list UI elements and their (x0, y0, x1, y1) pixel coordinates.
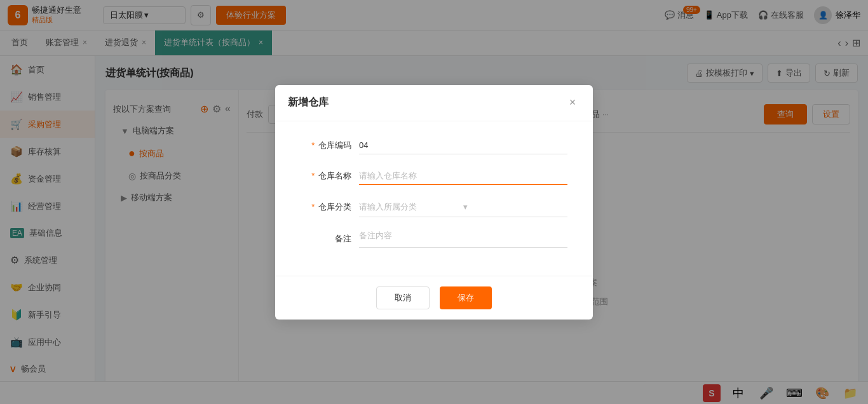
form-row-note: 备注 (301, 230, 567, 248)
cancel-button[interactable]: 取消 (376, 286, 430, 309)
dialog-close-button[interactable]: × (565, 95, 580, 111)
dialog-title: 新增仓库 (288, 96, 329, 109)
form-row-category: * 仓库分类 请输入所属分类 ▾ (301, 198, 567, 217)
add-warehouse-dialog: 新增仓库 × * 仓库编码 * 仓库名称 (275, 85, 593, 320)
category-arrow-icon: ▾ (463, 202, 567, 212)
category-label: * 仓库分类 (301, 201, 351, 213)
dialog-header: 新增仓库 × (275, 85, 593, 121)
name-label: * 仓库名称 (301, 170, 351, 182)
dialog-footer: 取消 保存 (275, 276, 593, 320)
form-row-code: * 仓库编码 (301, 137, 567, 154)
note-textarea[interactable] (359, 230, 567, 248)
code-label: * 仓库编码 (301, 140, 351, 151)
form-row-name: * 仓库名称 (301, 167, 567, 185)
dialog-overlay: 新增仓库 × * 仓库编码 * 仓库名称 (0, 0, 868, 404)
note-label: 备注 (301, 233, 351, 245)
save-button[interactable]: 保存 (440, 286, 492, 309)
code-input[interactable] (359, 137, 567, 154)
name-input[interactable] (359, 167, 567, 185)
dialog-body: * 仓库编码 * 仓库名称 * 仓库分类 请输入所属 (275, 121, 593, 276)
category-select[interactable]: 请输入所属分类 ▾ (359, 198, 567, 217)
